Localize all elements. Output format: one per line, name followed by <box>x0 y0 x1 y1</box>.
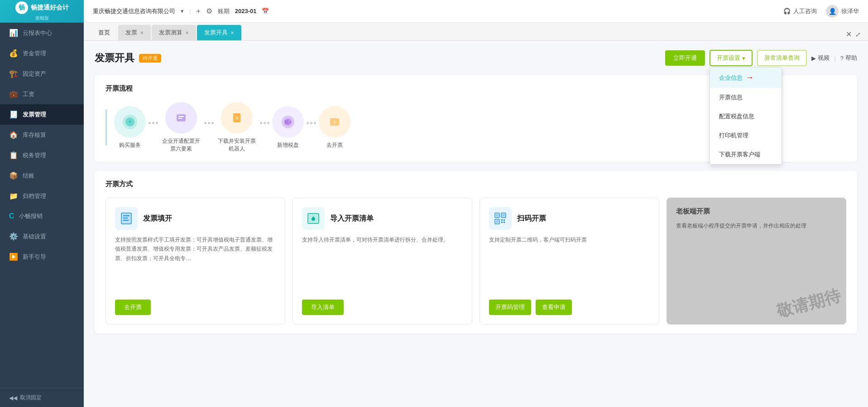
tab-estimate-close[interactable]: ✕ <box>185 30 189 35</box>
play-icon: ▶ <box>811 55 816 62</box>
sidebar-item-xiaochang[interactable]: C 小畅报销 <box>0 206 84 226</box>
method-fill-title: 发票填开 <box>143 214 172 223</box>
flow-step-4: 税+ 新增税盘 <box>272 106 304 149</box>
tab-issue-close[interactable]: ✕ <box>230 30 234 35</box>
boss-title: 老板端开票 <box>676 207 837 216</box>
svg-rect-15 <box>123 215 129 216</box>
salary-icon: 💼 <box>9 90 18 98</box>
sidebar-item-settlement[interactable]: 📦 结账 <box>0 165 84 186</box>
consultant-btn[interactable]: 🎧 人工咨询 <box>783 7 817 15</box>
dropdown-item-printer[interactable]: 打印机管理 <box>710 126 782 145</box>
window-maximize-btn[interactable]: ⤢ <box>855 31 861 38</box>
svg-rect-28 <box>501 219 503 221</box>
svg-text:+: + <box>128 118 132 126</box>
status-badge: 待开通 <box>139 54 161 63</box>
flow-step-1: + 购买服务 <box>114 106 146 149</box>
method-scan-btn2[interactable]: 查看申请 <box>536 300 572 315</box>
help-icon: ? <box>840 55 844 62</box>
user-menu[interactable]: 👤 徐泽华 <box>826 5 859 18</box>
method-card-import: 导入开票清单 支持导入待开票清单，可对待开票清单进行拆分、合并处理。 导入清单 <box>293 198 472 325</box>
method-card-fill: 发票填开 支持按照发票样式手工填开发票；可开具增值税电子普通发票、增值税普通发票… <box>106 198 285 325</box>
pin-icon: ◀◀ <box>9 395 17 401</box>
method-scan-title: 扫码开票 <box>517 214 546 223</box>
dropdown-item-download-client[interactable]: 下载开票客户端 <box>710 145 782 164</box>
boss-desc: 查看老板端小程序提交的开票申请，并作出相应的处理 <box>676 221 837 230</box>
guide-icon: ▶️ <box>9 252 18 261</box>
sidebar-item-fund[interactable]: 💰 资金管理 <box>0 43 84 63</box>
cloud-report-icon: 📊 <box>9 29 18 37</box>
settings-sidebar-icon: ⚙️ <box>9 232 18 241</box>
invoice-icon: 🧾 <box>9 110 18 119</box>
dropdown-item-invoice-info[interactable]: 开票信息 <box>710 88 782 107</box>
fund-icon: 💰 <box>9 49 18 58</box>
logo-area: 畅 畅捷通好会计 旗舰版 <box>0 0 84 23</box>
sidebar-item-settings[interactable]: ⚙️ 基础设置 <box>0 226 84 247</box>
settlement-icon: 📦 <box>9 171 18 180</box>
xiaochang-icon: C <box>9 212 14 220</box>
period-label: 账期 <box>218 7 230 15</box>
tab-estimate[interactable]: 发票测算 ✕ <box>152 25 196 40</box>
avatar-icon: 👤 <box>826 5 839 18</box>
method-import-title: 导入开票清单 <box>330 214 374 223</box>
svg-rect-25 <box>502 214 505 217</box>
help-btn[interactable]: ? 帮助 <box>840 54 857 62</box>
company-dropdown-arrow[interactable]: ▾ <box>181 8 184 15</box>
svg-rect-30 <box>501 222 503 223</box>
method-card-boss: 老板端开票 查看老板端小程序提交的开票申请，并作出相应的处理 敬请期待 <box>667 198 846 325</box>
cancel-fixed-btn[interactable]: ◀◀ 取消固定 <box>0 388 84 407</box>
calendar-icon[interactable]: 📅 <box>262 8 269 15</box>
dropdown-item-tax-config[interactable]: 配置税盘信息 <box>710 107 782 126</box>
flow-step-3: ≡ 下载并安装开票机器人 <box>216 102 257 153</box>
plus-icon[interactable]: + <box>196 7 200 15</box>
sidebar-item-archive[interactable]: 📁 归档管理 <box>0 186 84 206</box>
flow-step-2: 企业开通配置开票六要素 <box>161 102 201 153</box>
tax-icon: 📋 <box>9 151 18 160</box>
tab-invoice[interactable]: 发票 ✕ <box>118 25 151 40</box>
sidebar-item-cloud-report[interactable]: 📊 云报表中心 <box>0 23 84 43</box>
method-import-btn[interactable]: 导入清单 <box>302 300 344 315</box>
company-name[interactable]: 重庆畅捷交通信息咨询有限公司 <box>93 7 175 15</box>
sidebar-item-fixed-assets[interactable]: 🏗️ 固定资产 <box>0 63 84 84</box>
logo-text: 畅捷通好会计 <box>31 4 69 12</box>
tab-bar: 首页 发票 ✕ 发票测算 ✕ 发票开具 ✕ ✕ ⤢ <box>84 23 868 41</box>
sidebar-item-inventory[interactable]: 🏠 库存核算 <box>0 125 84 145</box>
svg-rect-16 <box>123 218 128 218</box>
settings-dropdown-menu: 企业信息 → 开票信息 配置税盘信息 打印机管理 <box>710 67 782 165</box>
sidebar-item-guide[interactable]: ▶️ 新手引导 <box>0 247 84 267</box>
sidebar-item-invoice[interactable]: 🧾 发票管理 <box>0 104 84 125</box>
sidebar-item-tax[interactable]: 📋 税务管理 <box>0 145 84 165</box>
inventory-icon: 🏠 <box>9 131 18 139</box>
fixed-assets-icon: 🏗️ <box>9 69 18 78</box>
method-fill-btn[interactable]: 去开票 <box>115 300 151 315</box>
tab-home[interactable]: 首页 <box>91 25 117 40</box>
method-scan-btn1[interactable]: 开票码管理 <box>489 300 531 315</box>
svg-rect-23 <box>496 214 499 217</box>
video-btn[interactable]: ▶ 视频 <box>811 54 830 62</box>
flow-step-5: ≡ 去开票 <box>319 106 350 149</box>
watermark: 敬请期待 <box>774 285 843 323</box>
settings-dropdown-arrow: ▾ <box>742 55 745 62</box>
method-scan-desc: 支持定制开票二维码，客户端可扫码开票 <box>489 235 650 294</box>
dropdown-item-company-info[interactable]: 企业信息 → <box>710 68 782 88</box>
page-title: 发票开具 <box>95 51 134 65</box>
window-close-btn[interactable]: ✕ <box>846 30 852 39</box>
tab-issue[interactable]: 发票开具 ✕ <box>197 25 241 40</box>
settings-icon[interactable]: ⚙ <box>206 7 212 15</box>
method-import-desc: 支持导入待开票清单，可对待开票清单进行拆分、合并处理。 <box>302 235 463 294</box>
tab-invoice-close[interactable]: ✕ <box>140 30 144 35</box>
svg-rect-29 <box>504 219 505 221</box>
method-card-scan: 扫码开票 支持定制开票二维码，客户端可扫码开票 开票码管理 查看申请 <box>480 198 659 325</box>
sidebar-item-salary[interactable]: 💼 工资 <box>0 84 84 104</box>
svg-text:≡: ≡ <box>235 115 238 121</box>
activate-btn[interactable]: 立即开通 <box>665 50 705 66</box>
svg-rect-5 <box>178 118 182 119</box>
svg-rect-31 <box>504 222 505 223</box>
methods-section: 开票方式 发票填开 支持按照发票样式手工填开发票；可开具增值税电子普通发票、增值… <box>95 171 857 334</box>
svg-rect-27 <box>496 220 499 223</box>
headset-icon: 🎧 <box>783 8 791 15</box>
svg-rect-21 <box>312 219 315 221</box>
settings-btn[interactable]: 开票设置 ▾ <box>710 50 753 66</box>
method-fill-desc: 支持按照发票样式手工填开发票；可开具增值税电子普通发票、增值税普通发票、增值税专… <box>115 235 276 294</box>
svg-rect-17 <box>123 220 129 221</box>
abnormal-btn[interactable]: 异常清单查询 <box>757 50 807 66</box>
